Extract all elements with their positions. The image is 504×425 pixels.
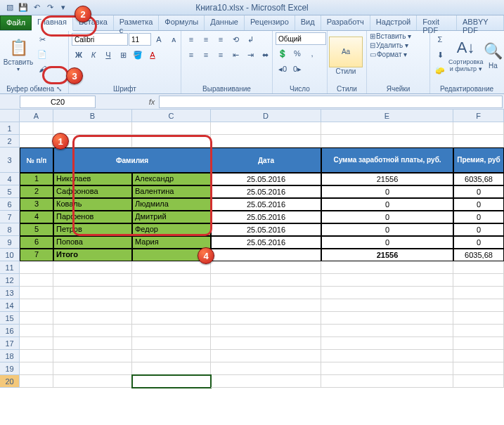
row-header-16[interactable]: 16	[0, 325, 20, 337]
cell-name[interactable]: Александр	[132, 173, 211, 185]
cell-blank[interactable]	[453, 312, 504, 325]
cell-blank[interactable]	[453, 261, 504, 274]
cell-blank[interactable]	[211, 325, 321, 337]
tab-data[interactable]: Данные	[205, 15, 245, 30]
cell-blank[interactable]	[53, 287, 132, 299]
cell-num[interactable]: 4	[20, 211, 53, 223]
cell-blank[interactable]	[321, 325, 453, 337]
row-header-13[interactable]: 13	[0, 287, 20, 299]
cell-blank[interactable]	[453, 299, 504, 312]
align-top-button[interactable]: ≡	[184, 32, 198, 46]
cell-name[interactable]: Мария	[132, 236, 211, 249]
cell-blank[interactable]	[211, 350, 321, 362]
cell-blank[interactable]	[53, 312, 132, 325]
font-size-input[interactable]	[129, 33, 151, 46]
format-painter-button[interactable]: 🖌	[35, 62, 49, 76]
delete-cells-button[interactable]: ⊟ Удалить ▾	[370, 41, 411, 49]
cell-sum[interactable]: 0	[321, 236, 453, 249]
tab-formulas[interactable]: Формулы	[159, 15, 205, 30]
cell-prem[interactable]: 0	[453, 223, 504, 236]
merge-button[interactable]: ⬌	[258, 48, 272, 62]
sort-filter-button[interactable]: A↓Сортировка и фильтр ▾	[448, 32, 483, 79]
cell-date[interactable]: 25.05.2016	[211, 185, 321, 198]
qat-more-icon[interactable]: ▾	[58, 2, 69, 13]
row-header-14[interactable]: 14	[0, 299, 20, 312]
tab-developer[interactable]: Разработч	[321, 15, 370, 30]
wrap-text-button[interactable]: ↲	[243, 32, 257, 46]
row-header-5[interactable]: 5	[0, 185, 20, 198]
align-middle-button[interactable]: ≡	[199, 32, 213, 46]
decrease-indent-button[interactable]: ⇤	[228, 48, 243, 62]
cell-blank[interactable]	[453, 375, 504, 388]
cell-blank[interactable]	[53, 274, 132, 287]
cell-blank[interactable]	[211, 261, 321, 274]
cell-blank[interactable]	[211, 362, 321, 375]
bold-button[interactable]: Ж	[72, 48, 86, 62]
cell-blank[interactable]	[132, 274, 211, 287]
cell-blank[interactable]	[321, 375, 453, 388]
cell-blank[interactable]	[321, 274, 453, 287]
cell-blank[interactable]	[53, 337, 132, 350]
cell-blank[interactable]	[211, 287, 321, 299]
cell-blank[interactable]	[132, 362, 211, 375]
cell-blank[interactable]	[53, 362, 132, 375]
col-header-c[interactable]: C	[132, 110, 211, 122]
total-fam[interactable]: Итого	[53, 249, 132, 261]
cell-blank[interactable]	[453, 325, 504, 337]
insert-cells-button[interactable]: ⊞ Вставить ▾	[370, 32, 411, 40]
cell-blank[interactable]	[321, 312, 453, 325]
cell-blank[interactable]	[321, 299, 453, 312]
border-button[interactable]: ⊞	[116, 48, 130, 62]
row-header-1[interactable]: 1	[0, 122, 20, 135]
row-header-12[interactable]: 12	[0, 274, 20, 287]
cell-sum[interactable]: 21556	[321, 173, 453, 185]
cell-date[interactable]: 25.05.2016	[211, 211, 321, 223]
align-bottom-button[interactable]: ≡	[214, 32, 228, 46]
cell-blank[interactable]	[211, 337, 321, 350]
cell-num[interactable]: 1	[20, 173, 53, 185]
undo-icon[interactable]: ↶	[31, 2, 42, 13]
redo-icon[interactable]: ↷	[44, 2, 56, 13]
tab-abbyy[interactable]: ABBYY PDF	[457, 15, 504, 30]
cell-date[interactable]: 25.05.2016	[211, 198, 321, 211]
cell-blank[interactable]	[132, 325, 211, 337]
cell-blank[interactable]	[453, 362, 504, 375]
cell-blank[interactable]	[132, 261, 211, 274]
grow-font-button[interactable]: A	[152, 32, 166, 46]
total-date[interactable]	[211, 249, 321, 261]
tab-page-layout[interactable]: Разметка с	[114, 15, 160, 30]
cells-area[interactable]: № п/п Фамилия Дата Сумма заработной плат…	[20, 122, 504, 388]
hdr-sum[interactable]: Сумма заработной платы, руб.	[321, 148, 453, 173]
cell-blank[interactable]	[20, 337, 53, 350]
name-box[interactable]	[20, 96, 96, 108]
fill-color-button[interactable]: 🪣	[131, 48, 145, 62]
cell-sum[interactable]: 0	[321, 211, 453, 223]
tab-review[interactable]: Рецензиро	[245, 15, 295, 30]
fx-icon[interactable]: fx	[145, 98, 159, 106]
total-num[interactable]: 7	[20, 249, 53, 261]
cell-blank[interactable]	[211, 312, 321, 325]
row-header-4[interactable]: 4	[0, 173, 20, 185]
cell-blank[interactable]	[20, 362, 53, 375]
fill-button[interactable]: ⬇	[433, 48, 447, 62]
orientation-button[interactable]: ⟲	[228, 32, 243, 46]
row-header-10[interactable]: 10	[0, 249, 20, 261]
hdr-prem[interactable]: Премия, руб	[453, 148, 504, 173]
cell-blank[interactable]	[20, 274, 53, 287]
cell-blank[interactable]	[132, 312, 211, 325]
cell-blank[interactable]	[20, 350, 53, 362]
save-icon[interactable]: 💾	[18, 2, 29, 13]
row-header-2[interactable]: 2	[0, 135, 20, 148]
cell-date[interactable]: 25.05.2016	[211, 223, 321, 236]
cell-name[interactable]: Людмила	[132, 198, 211, 211]
font-name-input[interactable]	[72, 33, 128, 46]
cell-fam[interactable]: Петров	[53, 223, 132, 236]
cell-blank[interactable]	[20, 287, 53, 299]
italic-button[interactable]: К	[86, 48, 101, 62]
align-left-button[interactable]: ≡	[184, 48, 198, 62]
cell-fam[interactable]: Коваль	[53, 198, 132, 211]
tab-home[interactable]: Главная	[32, 15, 73, 31]
row-header-8[interactable]: 8	[0, 223, 20, 236]
cell-num[interactable]: 2	[20, 185, 53, 198]
cell-blank[interactable]	[321, 337, 453, 350]
